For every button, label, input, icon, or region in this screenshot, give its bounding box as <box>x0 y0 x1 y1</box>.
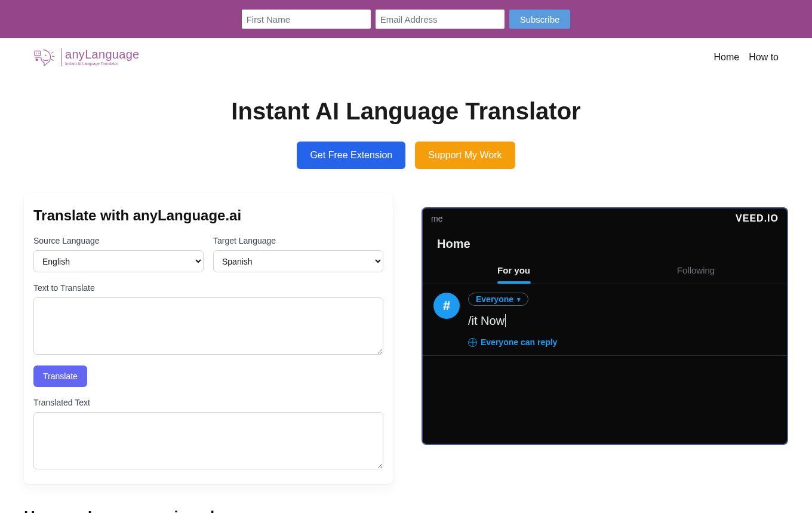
logo-icon <box>33 48 55 67</box>
compose-text: /it Now <box>468 314 776 328</box>
svg-point-1 <box>36 53 37 54</box>
logo-text: anyLanguage Instant AI Language Translat… <box>61 48 140 66</box>
globe-icon <box>468 338 477 347</box>
email-input[interactable] <box>376 10 505 29</box>
how-title: How anyLanguage.ai works: <box>24 508 788 513</box>
get-extension-button[interactable]: Get Free Extension <box>297 142 405 169</box>
logo-brand-text: anyLanguage <box>65 48 140 60</box>
demo-panel: me VEED.IO Home For you Following # Ever… <box>422 207 788 445</box>
demo-tab-foryou: For you <box>423 256 605 284</box>
target-language-label: Target Language <box>213 236 383 245</box>
demo-home-heading: Home <box>423 229 787 256</box>
translated-text-label: Translated Text <box>33 398 383 407</box>
hero: Instant AI Language Translator Get Free … <box>0 76 812 193</box>
audience-pill: Everyone ▾ <box>468 293 528 306</box>
first-name-input[interactable] <box>242 10 371 29</box>
target-language-select[interactable]: Spanish <box>213 250 383 272</box>
main-content: Translate with anyLanguage.ai Source Lan… <box>0 193 812 508</box>
svg-point-2 <box>38 53 39 54</box>
translated-text-output[interactable] <box>33 412 383 469</box>
logo[interactable]: anyLanguage Instant AI Language Translat… <box>33 48 140 67</box>
demo-video: me VEED.IO Home For you Following # Ever… <box>422 207 788 445</box>
svg-point-3 <box>45 54 47 56</box>
demo-tab-following: Following <box>605 256 787 284</box>
text-to-translate-label: Text to Translate <box>33 283 383 293</box>
translate-button[interactable]: Translate <box>33 365 87 387</box>
source-language-select[interactable]: English <box>33 250 204 272</box>
page-title: Instant AI Language Translator <box>0 98 812 125</box>
avatar: # <box>433 293 460 319</box>
translate-card: Translate with anyLanguage.ai Source Lan… <box>24 193 393 484</box>
logo-sub-text: Instant AI Language Translator <box>65 62 140 66</box>
translate-card-title: Translate with anyLanguage.ai <box>33 207 383 224</box>
reply-line: Everyone can reply <box>468 337 776 347</box>
nav-links: Home How to <box>714 52 779 63</box>
text-cursor <box>505 314 506 327</box>
svg-rect-0 <box>35 51 41 56</box>
text-to-translate-input[interactable] <box>33 297 383 355</box>
reply-text: Everyone can reply <box>481 337 557 347</box>
demo-compose: # Everyone ▾ /it Now Everyone can reply <box>423 284 787 356</box>
nav-howto[interactable]: How to <box>749 52 779 63</box>
demo-top-left: me <box>431 214 442 223</box>
chevron-down-icon: ▾ <box>517 296 521 303</box>
veed-logo: VEED.IO <box>736 213 779 224</box>
subscribe-button[interactable]: Subscribe <box>509 10 571 29</box>
subscribe-bar: Subscribe <box>0 0 812 38</box>
source-language-label: Source Language <box>33 236 204 245</box>
support-button[interactable]: Support My Work <box>415 142 515 169</box>
nav-home[interactable]: Home <box>714 52 740 63</box>
audience-label: Everyone <box>476 294 513 304</box>
hero-buttons: Get Free Extension Support My Work <box>0 142 812 169</box>
navbar: anyLanguage Instant AI Language Translat… <box>0 38 812 76</box>
how-section: How anyLanguage.ai works: <box>0 508 812 513</box>
demo-tabs: For you Following <box>423 256 787 284</box>
